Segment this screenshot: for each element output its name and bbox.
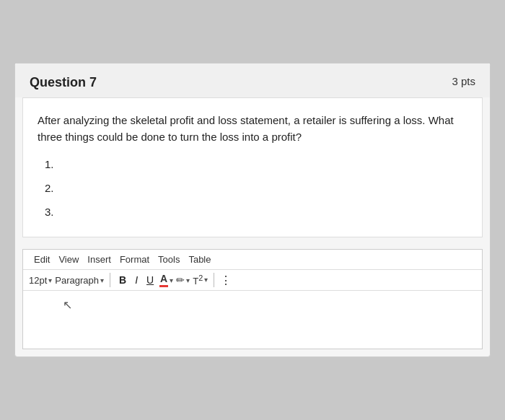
font-color-select[interactable]: A ▾ (159, 273, 173, 287)
font-color-chevron-icon: ▾ (170, 276, 173, 284)
paragraph-select[interactable]: Paragraph ▾ (55, 275, 104, 286)
list-item-2: 2. (45, 182, 467, 194)
menu-view[interactable]: View (55, 253, 82, 266)
list-item-3: 3. (45, 206, 467, 218)
editor-toolbar: 12pt ▾ Paragraph ▾ B I U A ▾ ✏ ▾ (23, 269, 482, 291)
font-size-select[interactable]: 12pt ▾ (29, 275, 52, 286)
superscript-label: T2 (193, 274, 203, 286)
superscript-select[interactable]: T2 ▾ (193, 274, 208, 286)
question-header: Question 7 3 pts (15, 64, 490, 97)
bold-button[interactable]: B (116, 273, 129, 287)
cursor-icon: ↖ (63, 298, 72, 312)
more-options-button[interactable]: ⋮ (220, 274, 232, 287)
paragraph-value: Paragraph (55, 275, 99, 286)
underline-button[interactable]: U (144, 273, 157, 287)
question-card: Question 7 3 pts After analyzing the ske… (14, 63, 491, 357)
list-item-1: 1. (45, 158, 467, 170)
question-body: After analyzing the skeletal profit and … (22, 97, 483, 237)
toolbar-divider-1 (110, 273, 110, 287)
editor-content-area[interactable]: ↖ (23, 291, 482, 349)
menu-bar: Edit View Insert Format Tools Table (23, 250, 482, 269)
font-size-value: 12pt (29, 275, 47, 286)
menu-table[interactable]: Table (185, 253, 214, 266)
question-text: After analyzing the skeletal profit and … (38, 113, 467, 145)
font-size-chevron-icon: ▾ (48, 276, 52, 284)
question-points: 3 pts (452, 75, 475, 87)
highlight-chevron-icon: ▾ (186, 276, 190, 284)
superscript-chevron-icon: ▾ (204, 276, 208, 284)
menu-insert[interactable]: Insert (84, 253, 115, 266)
italic-button[interactable]: I (132, 273, 141, 287)
question-title: Question 7 (30, 75, 97, 90)
text-editor[interactable]: Edit View Insert Format Tools Table 12pt… (22, 249, 483, 349)
toolbar-divider-2 (214, 273, 214, 287)
menu-edit[interactable]: Edit (30, 253, 53, 266)
paragraph-chevron-icon: ▾ (100, 276, 104, 284)
highlight-icon: ✏ (176, 274, 185, 286)
highlight-select[interactable]: ✏ ▾ (176, 274, 190, 286)
menu-tools[interactable]: Tools (154, 253, 183, 266)
font-color-icon: A (159, 273, 168, 287)
menu-format[interactable]: Format (116, 253, 153, 266)
numbered-list: 1. 2. 3. (45, 158, 467, 218)
